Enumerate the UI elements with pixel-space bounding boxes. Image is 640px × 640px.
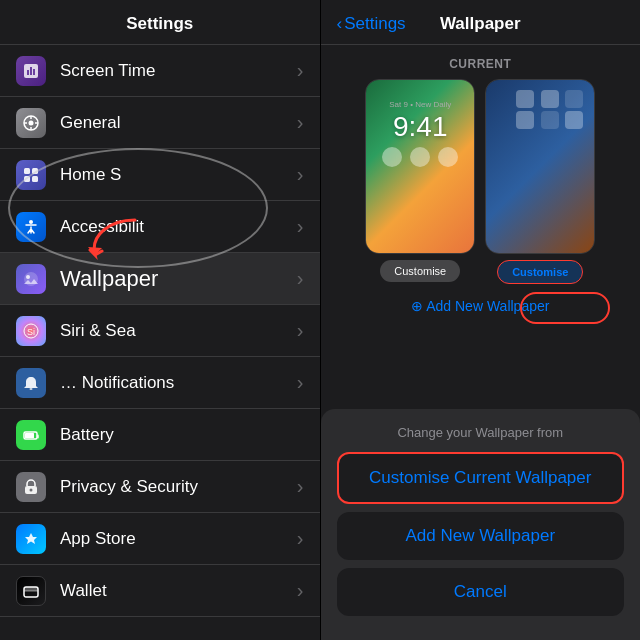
svg-rect-3 — [30, 67, 32, 75]
settings-title: Settings — [126, 14, 193, 33]
customise-lock-button[interactable]: Customise — [380, 260, 460, 282]
home-screen-icon — [16, 160, 46, 190]
add-new-plus-icon: ⊕ — [411, 298, 426, 314]
add-new-wallpaper-option[interactable]: Add New Wallpaper — [337, 512, 625, 560]
wallpaper-page-title: Wallpaper — [440, 14, 521, 34]
privacy-label: Privacy & Security — [60, 477, 297, 497]
screen-time-label: Screen Time — [60, 61, 297, 81]
settings-panel: Settings Screen Time General — [0, 0, 320, 640]
settings-item-wallpaper[interactable]: Wallpaper — [0, 253, 320, 305]
wallpaper-header: ‹ Settings Wallpaper — [321, 0, 641, 45]
home-screen-label: Home Screen — [60, 165, 297, 185]
svg-point-6 — [29, 120, 34, 125]
svg-rect-27 — [24, 587, 38, 591]
svg-rect-20 — [30, 388, 33, 390]
back-chevron: ‹ — [337, 14, 343, 34]
settings-item-siri[interactable]: Si Siri & Search — [0, 305, 320, 357]
lock-time-display: 9:41 — [393, 111, 448, 143]
wallet-chevron — [297, 579, 304, 602]
screen-time-chevron — [297, 59, 304, 82]
settings-item-notifications[interactable]: … Notifications — [0, 357, 320, 409]
sheet-title: Change your Wallpaper from — [337, 425, 625, 440]
home-screen-chevron — [297, 163, 304, 186]
svg-rect-11 — [24, 168, 30, 174]
settings-header: Settings — [0, 0, 320, 45]
wallpaper-icon-img — [16, 264, 46, 294]
general-label: General — [60, 113, 297, 133]
customise-home-button[interactable]: Customise — [497, 260, 583, 284]
wallpaper-panel: ‹ Settings Wallpaper CURRENT Sat 9 • New… — [321, 0, 641, 640]
screen-time-icon — [16, 56, 46, 86]
privacy-icon — [16, 472, 46, 502]
wallpaper-label: Wallpaper — [60, 266, 297, 292]
appstore-label: App Store — [60, 529, 297, 549]
back-button[interactable]: ‹ Settings — [337, 14, 406, 34]
settings-item-wallet[interactable]: Wallet — [0, 565, 320, 617]
general-icon — [16, 108, 46, 138]
settings-list: Screen Time General Home Screen Accessib… — [0, 45, 320, 640]
settings-item-appstore[interactable]: App Store — [0, 513, 320, 565]
change-wallpaper-sheet: Change your Wallpaper from Customise Cur… — [321, 409, 641, 640]
wallpaper-chevron — [297, 267, 304, 290]
settings-item-home-screen[interactable]: Home Screen — [0, 149, 320, 201]
appstore-icon — [16, 524, 46, 554]
wallpaper-preview-area: Sat 9 • New Daily 9:41 Customise — [321, 79, 641, 292]
siri-icon: Si — [16, 316, 46, 346]
svg-point-17 — [26, 275, 30, 279]
svg-rect-4 — [33, 69, 35, 75]
settings-item-general[interactable]: General — [0, 97, 320, 149]
add-new-label: Add New Wallpaper — [426, 298, 549, 314]
current-section-label: CURRENT — [321, 45, 641, 79]
svg-point-15 — [29, 220, 33, 224]
settings-item-privacy[interactable]: Privacy & Security — [0, 461, 320, 513]
accessibility-icon — [16, 212, 46, 242]
cancel-option[interactable]: Cancel — [337, 568, 625, 616]
svg-rect-2 — [27, 70, 29, 75]
accessibility-label: Accessibility — [60, 217, 297, 237]
svg-rect-12 — [32, 168, 38, 174]
notifications-chevron — [297, 371, 304, 394]
wallet-icon — [16, 576, 46, 606]
siri-label: Siri & Search — [60, 321, 297, 341]
general-chevron — [297, 111, 304, 134]
svg-text:Si: Si — [27, 327, 35, 337]
notifications-label: … Notifications — [60, 373, 297, 393]
settings-item-screen-time[interactable]: Screen Time — [0, 45, 320, 97]
battery-label: Battery — [60, 425, 304, 445]
settings-item-accessibility[interactable]: Accessibility — [0, 201, 320, 253]
appstore-chevron — [297, 527, 304, 550]
privacy-chevron — [297, 475, 304, 498]
battery-icon — [16, 420, 46, 450]
add-new-wallpaper-link[interactable]: ⊕ Add New Wallpaper — [321, 292, 641, 326]
siri-chevron — [297, 319, 304, 342]
settings-item-battery[interactable]: Battery — [0, 409, 320, 461]
svg-rect-22 — [25, 433, 34, 438]
lock-screen-preview[interactable]: Sat 9 • New Daily 9:41 — [365, 79, 475, 254]
svg-rect-23 — [37, 434, 39, 438]
customise-current-option[interactable]: Customise Current Wallpaper — [337, 452, 625, 504]
accessibility-chevron — [297, 215, 304, 238]
svg-rect-13 — [24, 176, 30, 182]
back-label: Settings — [344, 14, 405, 34]
wallet-label: Wallet — [60, 581, 297, 601]
svg-point-25 — [30, 488, 33, 491]
notifications-icon — [16, 368, 46, 398]
svg-rect-14 — [32, 176, 38, 182]
home-screen-preview[interactable] — [485, 79, 595, 254]
